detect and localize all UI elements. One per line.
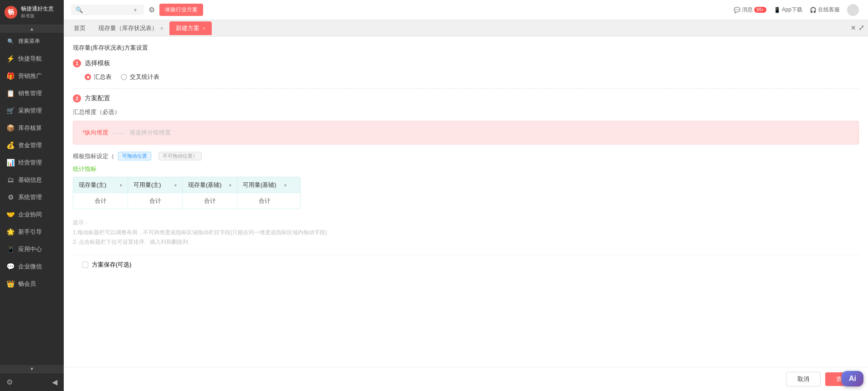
- save-label: 方案保存(可选): [92, 261, 132, 269]
- message-badge: 99+: [754, 7, 766, 13]
- stat-cell-0: 合计: [73, 193, 128, 209]
- inventory-icon: 📦: [6, 124, 15, 132]
- purchase-label: 采购管理: [18, 107, 42, 115]
- member-icon: 👑: [6, 280, 15, 288]
- radio-summary-table[interactable]: 汇总表: [85, 73, 112, 81]
- user-avatar: [847, 4, 859, 16]
- inventory-status-tab-label: 现存量（库存状况表）: [98, 24, 158, 32]
- stat-col-1[interactable]: 可用量(主) ▾: [128, 177, 183, 193]
- app-center-label: 应用中心: [18, 245, 42, 253]
- tip-1: 1.拖动标题栏可以调整布局，不可跨维度或指标区域拖动栏目字段(只能在同一维度或指…: [73, 228, 859, 238]
- sidebar-item-business[interactable]: 📊 经营管理: [0, 154, 64, 171]
- stat-section: 统计指标 现存量(主) ▾ 可用量(主) ▾: [73, 165, 859, 211]
- section-choose-template: 1 选择模板 汇总表 交叉统计表: [73, 59, 859, 81]
- sales-icon: 📋: [6, 89, 15, 98]
- save-checkbox[interactable]: [82, 262, 88, 268]
- sidebar-item-quick-nav[interactable]: ⚡ 快捷导航: [0, 50, 64, 67]
- new-plan-tab-close-icon[interactable]: ×: [202, 26, 205, 31]
- sidebar-collapse-icon[interactable]: ◀: [52, 378, 57, 386]
- sidebar-scroll-up[interactable]: ▲: [0, 25, 64, 33]
- topbar-gear-icon[interactable]: ⚙: [148, 5, 155, 14]
- stat-col-2[interactable]: 现存量(基辅) ▾: [183, 177, 237, 193]
- page-content: 现存量(库存状况表)方案设置 1 选择模板 汇总表 交叉统计表: [64, 36, 868, 367]
- sidebar-settings-icon[interactable]: ⚙: [6, 378, 13, 386]
- ai-floating-button[interactable]: Ai: [842, 371, 863, 386]
- stat-col-3-label: 可用量(基辅): [243, 181, 276, 189]
- basic-icon: 🗂: [6, 176, 15, 184]
- topbar-message[interactable]: 💬 消息 99+: [734, 6, 766, 14]
- vertical-dim-placeholder[interactable]: 请选择分组维度: [129, 129, 171, 137]
- topbar-online-service[interactable]: 🎧 在线客服: [810, 6, 840, 14]
- section1-header: 1 选择模板: [73, 59, 859, 67]
- topbar-search-area[interactable]: 🔍 ▾: [71, 5, 144, 15]
- sidebar-nav: ⚡ 快捷导航 🎁 营销推广 📋 销售管理 🛒 采购管理 📦 库存核算 💰 资金管…: [0, 50, 64, 365]
- finance-label: 资金管理: [18, 141, 42, 149]
- section2-header: 2 方案配置: [73, 94, 859, 103]
- stat-table-row: 合计 合计 合计 合计: [73, 193, 300, 209]
- sidebar-item-system[interactable]: ⚙ 系统管理: [0, 189, 64, 206]
- quick-nav-label: 快捷导航: [18, 55, 42, 63]
- sidebar-item-basic[interactable]: 🗂 基础信息: [0, 171, 64, 189]
- sidebar-search[interactable]: 🔍 搜索菜单: [0, 33, 64, 50]
- indicator-settings-prefix: 模板指标设定（: [73, 152, 114, 160]
- stat-col-2-label: 现存量(基辅): [188, 181, 222, 189]
- sidebar-bottom: ⚙ ◀: [0, 373, 64, 391]
- bottom-bar: 取消 查询: [64, 367, 868, 391]
- stat-col-3[interactable]: 可用量(基辅) ▾: [237, 177, 292, 193]
- topbar-app-download[interactable]: 📱 App下载: [774, 6, 802, 14]
- inventory-status-tab-close-icon[interactable]: ×: [160, 26, 163, 31]
- stat-table: 现存量(主) ▾ 可用量(主) ▾ 现存量(基辅) ▾: [73, 177, 301, 209]
- close-all-tabs-icon[interactable]: ×: [851, 23, 856, 33]
- sidebar-item-corp[interactable]: 🤝 企业协同: [0, 206, 64, 223]
- sidebar-scroll-down[interactable]: ▼: [0, 365, 64, 373]
- dimension-row: *纵向维度 —— 请选择分组维度: [82, 129, 849, 137]
- vertical-dim-dash: ——: [113, 129, 125, 136]
- tab-new-plan[interactable]: 新建方案 ×: [169, 21, 211, 35]
- sidebar-item-newbie[interactable]: 🌟 新手引导: [0, 223, 64, 241]
- sales-label: 销售管理: [18, 89, 42, 98]
- stat-cell-2: 合计: [183, 193, 237, 209]
- sidebar-item-purchase[interactable]: 🛒 采购管理: [0, 102, 64, 119]
- stat-table-header: 现存量(主) ▾ 可用量(主) ▾ 现存量(基辅) ▾: [73, 177, 300, 193]
- sidebar-item-member[interactable]: 👑 畅会员: [0, 275, 64, 293]
- sidebar-item-sales[interactable]: 📋 销售管理: [0, 85, 64, 102]
- home-tab-label: 首页: [74, 24, 86, 32]
- sidebar-item-corp-wechat[interactable]: 💬 企业微信: [0, 258, 64, 275]
- business-icon: 📊: [6, 159, 15, 167]
- tag-movable: 可拖动位置: [118, 152, 151, 160]
- dimension-area: *纵向维度 —— 请选择分组维度: [73, 121, 859, 144]
- sidebar-item-marketing[interactable]: 🎁 营销推广: [0, 67, 64, 85]
- message-label: 消息: [742, 6, 753, 14]
- summary-dimension-label: 汇总维度（必选）: [73, 108, 859, 116]
- stat-col-1-label: 可用量(主): [133, 181, 161, 189]
- stat-col-1-dropdown-icon[interactable]: ▾: [174, 183, 177, 188]
- section1-num: 1: [73, 59, 81, 67]
- basic-label: 基础信息: [18, 176, 42, 184]
- radio-cross-table[interactable]: 交叉统计表: [121, 73, 159, 81]
- stat-col-2-dropdown-icon[interactable]: ▾: [229, 183, 231, 188]
- topbar-search-input[interactable]: [86, 7, 131, 13]
- expand-icon[interactable]: ⤢: [858, 23, 864, 33]
- app-download-label: App下载: [782, 6, 802, 14]
- stat-col-0-dropdown-icon[interactable]: ▾: [120, 183, 122, 188]
- new-plan-tab-label: 新建方案: [176, 24, 199, 32]
- stat-col-3-dropdown-icon[interactable]: ▾: [284, 183, 286, 188]
- corp-icon: 🤝: [6, 211, 15, 219]
- sidebar-item-app-center[interactable]: 📱 应用中心: [0, 241, 64, 258]
- system-icon: ⚙: [6, 193, 15, 201]
- sidebar-item-inventory[interactable]: 📦 库存核算: [0, 119, 64, 137]
- stat-col-0[interactable]: 现存量(主) ▾: [73, 177, 128, 193]
- tab-home[interactable]: 首页: [67, 21, 92, 35]
- app-name: 畅捷通好生意: [21, 5, 54, 13]
- content-area: 现存量(库存状况表)方案设置 1 选择模板 汇总表 交叉统计表: [64, 36, 868, 367]
- tag-immovable: 不可拖动位置）: [158, 152, 202, 160]
- marketing-label: 营销推广: [18, 72, 42, 80]
- indicator-settings-label: 模板指标设定（ 可拖动位置 不可拖动位置）: [73, 152, 859, 160]
- cancel-button[interactable]: 取消: [786, 372, 821, 386]
- radio-summary-label: 汇总表: [94, 73, 112, 81]
- topbar-user[interactable]: [847, 4, 861, 16]
- sidebar-item-finance[interactable]: 💰 资金管理: [0, 137, 64, 154]
- topbar-search-dropdown-icon[interactable]: ▾: [134, 7, 137, 13]
- tab-inventory-status[interactable]: 现存量（库存状况表） ×: [92, 21, 169, 35]
- industry-btn[interactable]: 体验行业方案: [159, 4, 203, 16]
